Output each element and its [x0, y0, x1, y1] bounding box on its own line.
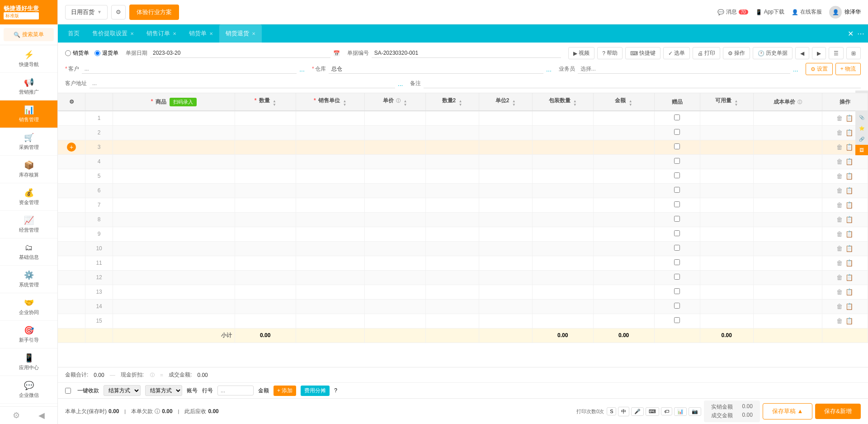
product-input[interactable] — [116, 173, 232, 180]
app-download-button[interactable]: 📱 App下载 — [755, 8, 784, 16]
unit-cell[interactable] — [296, 299, 364, 314]
amount-cell[interactable] — [593, 198, 654, 212]
sidebar-collapse-button[interactable]: ◀ — [38, 410, 45, 420]
amount-cell[interactable] — [593, 212, 654, 227]
available-cell[interactable] — [700, 270, 753, 285]
cost-cell[interactable] — [753, 314, 822, 328]
col-gift[interactable]: 赠品 — [654, 93, 700, 111]
pkg-cell[interactable] — [532, 183, 593, 198]
row-add-cell[interactable] — [58, 241, 85, 256]
save-new-button[interactable]: 保存&新增 — [815, 404, 861, 419]
available-cell[interactable] — [700, 154, 753, 169]
unit-cell[interactable] — [296, 270, 364, 285]
delete-row-button[interactable]: 🗑 — [836, 273, 843, 281]
unit2-cell[interactable] — [479, 256, 532, 270]
amount-cell[interactable] — [593, 227, 654, 241]
copy-row-button[interactable]: 📋 — [845, 273, 854, 281]
price-cell[interactable] — [364, 198, 425, 212]
right-attach-button[interactable]: 📎 — [855, 112, 868, 123]
help-circle-icon[interactable]: ? — [334, 387, 337, 394]
tab-home[interactable]: 首页 — [61, 24, 86, 43]
gift-checkbox[interactable] — [674, 317, 680, 323]
row-add-cell[interactable] — [58, 212, 85, 227]
cost-cell[interactable] — [753, 241, 822, 256]
product-input[interactable] — [116, 129, 232, 136]
product-cell[interactable] — [113, 212, 235, 227]
unit2-cell[interactable] — [479, 241, 532, 256]
qty2-cell[interactable] — [425, 285, 479, 299]
copy-row-button[interactable]: 📋 — [845, 288, 854, 296]
fee-split-button[interactable]: 费用分摊 — [301, 386, 330, 396]
price-cell[interactable] — [364, 154, 425, 169]
pkg-cell[interactable] — [532, 241, 593, 256]
video-button[interactable]: ▶ 视频 — [568, 47, 594, 59]
tab-sale-return[interactable]: 销货退货 ✕ — [219, 24, 262, 43]
pkg-cell[interactable] — [532, 111, 593, 125]
warehouse-input[interactable] — [329, 64, 544, 74]
price-cell[interactable] — [364, 285, 425, 299]
col-available[interactable]: 可用量 ▲▼ — [700, 93, 753, 111]
tab-close-icon[interactable]: ✕ — [130, 31, 134, 36]
delete-row-button[interactable]: 🗑 — [836, 143, 843, 151]
product-cell[interactable] — [113, 299, 235, 314]
product-cell[interactable] — [113, 256, 235, 270]
unit-cell[interactable] — [296, 125, 364, 140]
view-toggle-2[interactable]: ⊞ — [846, 47, 861, 59]
delete-row-button[interactable]: 🗑 — [836, 129, 843, 137]
qty-cell[interactable] — [235, 198, 296, 212]
sidebar-item-purchase[interactable]: 🛒 采购管理 — [0, 128, 57, 156]
cost-cell[interactable] — [753, 270, 822, 285]
available-cell[interactable] — [700, 111, 753, 125]
gift-cell[interactable] — [654, 111, 700, 125]
qty2-cell[interactable] — [425, 140, 479, 154]
radio-return-input[interactable] — [94, 50, 100, 56]
info-icon[interactable]: ⓘ — [396, 98, 401, 103]
cost-cell[interactable] — [753, 183, 822, 198]
pkg-cell[interactable] — [532, 198, 593, 212]
delete-row-button[interactable]: 🗑 — [836, 172, 843, 180]
discount-info-icon[interactable]: ⓘ — [150, 372, 155, 378]
history-button[interactable]: 🕐 历史单据 — [753, 47, 793, 59]
product-cell[interactable] — [113, 285, 235, 299]
gift-cell[interactable] — [654, 299, 700, 314]
col-amount[interactable]: 金额 ▲▼ — [593, 93, 654, 111]
row-add-cell[interactable] — [58, 154, 85, 169]
price-cell[interactable] — [364, 256, 425, 270]
gift-checkbox[interactable] — [674, 230, 680, 236]
gift-cell[interactable] — [654, 125, 700, 140]
copy-row-button[interactable]: 📋 — [845, 114, 854, 122]
pkg-cell[interactable] — [532, 270, 593, 285]
qty2-cell[interactable] — [425, 111, 479, 125]
cost-cell[interactable] — [753, 212, 822, 227]
delete-row-button[interactable]: 🗑 — [836, 244, 843, 252]
unit-cell[interactable] — [296, 198, 364, 212]
unit2-cell[interactable] — [479, 125, 532, 140]
qty-cell[interactable] — [235, 183, 296, 198]
gift-checkbox[interactable] — [674, 288, 680, 294]
gift-cell[interactable] — [654, 270, 700, 285]
qty-cell[interactable] — [235, 299, 296, 314]
price-cell[interactable] — [364, 241, 425, 256]
customer-input[interactable] — [82, 64, 297, 74]
row-add-cell[interactable] — [58, 198, 85, 212]
col-pkg[interactable]: 包装数量 ▲▼ — [532, 93, 593, 111]
product-cell[interactable] — [113, 314, 235, 328]
module-selector[interactable]: 日用百货 ▼ — [65, 5, 108, 19]
col-unit2[interactable]: 单位2 ▲▼ — [479, 93, 532, 111]
price-cell[interactable] — [364, 314, 425, 328]
copy-row-button[interactable]: 📋 — [845, 157, 854, 166]
amount-cell[interactable] — [593, 169, 654, 183]
pkg-cell[interactable] — [532, 169, 593, 183]
price-cell[interactable] — [364, 169, 425, 183]
logistics-button[interactable]: + 物流 — [835, 63, 861, 75]
copy-row-button[interactable]: 📋 — [845, 317, 854, 325]
qty-cell[interactable] — [235, 256, 296, 270]
unit2-cell[interactable] — [479, 299, 532, 314]
product-cell[interactable] — [113, 183, 235, 198]
price-cell[interactable] — [364, 299, 425, 314]
gift-cell[interactable] — [654, 198, 700, 212]
col-price[interactable]: 单价 ⓘ ▲▼ — [364, 93, 425, 111]
available-cell[interactable] — [700, 299, 753, 314]
delete-row-button[interactable]: 🗑 — [836, 317, 843, 325]
address-picker[interactable]: ... — [398, 80, 403, 87]
